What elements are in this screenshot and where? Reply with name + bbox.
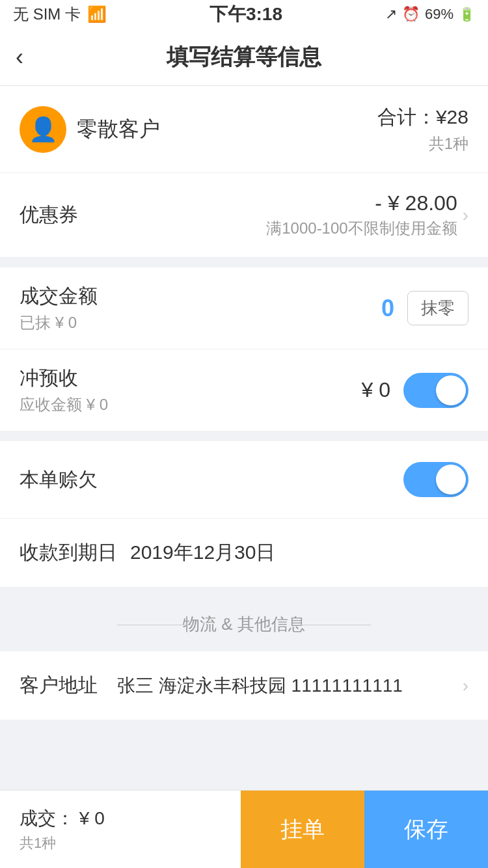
toggle-knob xyxy=(436,375,466,405)
carrier-text: 无 SIM 卡 xyxy=(13,4,81,25)
transaction-amount-row: 成交金额 已抹 ¥ 0 0 抹零 xyxy=(0,267,488,349)
transaction-amount-label: 成交金额 xyxy=(20,283,98,310)
deal-label: 成交： xyxy=(20,808,74,828)
transaction-amount-col: 成交金额 已抹 ¥ 0 xyxy=(20,283,98,333)
advance-amount: ¥ 0 xyxy=(362,378,390,402)
coupon-discount: - ¥ 28.00 xyxy=(266,191,457,215)
hold-button[interactable]: 挂单 xyxy=(241,791,364,869)
customer-name: 零散客户 xyxy=(77,115,160,144)
transaction-amount-value: 0 xyxy=(381,295,394,322)
advance-col: 冲预收 应收金额 ¥ 0 xyxy=(20,365,108,415)
address-chevron-icon: › xyxy=(463,675,468,696)
battery-icon: 🔋 xyxy=(459,7,475,22)
status-time: 下午3:18 xyxy=(210,2,282,27)
debit-label: 本单赊欠 xyxy=(20,467,98,493)
transaction-section: 成交金额 已抹 ¥ 0 0 抹零 冲预收 应收金额 ¥ 0 ¥ 0 xyxy=(0,267,488,431)
coupon-chevron-icon: › xyxy=(463,205,468,226)
advance-row: 冲预收 应收金额 ¥ 0 ¥ 0 xyxy=(0,349,488,431)
bottom-count: 共1种 xyxy=(20,834,221,853)
total-amount: 合计：¥28 xyxy=(377,104,468,131)
bottom-deal-amount: 成交： ¥ 0 xyxy=(20,806,221,831)
round-button[interactable]: 抹零 xyxy=(407,291,468,325)
advance-label: 冲预收 xyxy=(20,365,108,392)
advance-toggle[interactable] xyxy=(403,373,468,408)
debit-toggle-knob xyxy=(436,465,466,495)
status-bar: 无 SIM 卡 📶 下午3:18 ↗ ⏰ 69% 🔋 xyxy=(0,0,488,29)
address-row[interactable]: 客户地址 张三 海淀永丰科技园 11111111111 › xyxy=(0,651,488,720)
status-right: ↗ ⏰ 69% 🔋 xyxy=(385,6,475,23)
advance-receivable: 应收金额 ¥ 0 xyxy=(20,394,108,415)
nav-bar: ‹ 填写结算等信息 xyxy=(0,29,488,86)
back-button[interactable]: ‹ xyxy=(16,44,23,71)
wifi-icon: 📶 xyxy=(87,5,107,23)
due-date-label: 收款到期日 xyxy=(20,539,117,566)
debit-row: 本单赊欠 xyxy=(0,441,488,519)
logistics-divider-wrapper: 物流 & 其他信息 xyxy=(0,597,488,651)
coupon-right: - ¥ 28.00 满1000-100不限制使用金额 › xyxy=(266,191,468,239)
logistics-divider: 物流 & 其他信息 xyxy=(0,603,488,646)
transaction-amount-right: 0 抹零 xyxy=(381,291,468,325)
customer-left: 👤 零散客户 xyxy=(20,106,160,153)
save-button[interactable]: 保存 xyxy=(364,791,488,869)
avatar-icon: 👤 xyxy=(29,116,58,143)
alarm-icon: ⏰ xyxy=(402,6,420,23)
address-label: 客户地址 xyxy=(20,672,98,699)
page-title: 填写结算等信息 xyxy=(167,42,321,72)
debit-toggle[interactable] xyxy=(403,462,468,497)
coupon-info: - ¥ 28.00 满1000-100不限制使用金额 xyxy=(266,191,457,239)
customer-totals: 合计：¥28 共1种 xyxy=(377,104,468,154)
bottom-info: 成交： ¥ 0 共1种 xyxy=(0,806,241,853)
total-count: 共1种 xyxy=(377,133,468,154)
coupon-desc: 满1000-100不限制使用金额 xyxy=(266,218,457,239)
customer-row: 👤 零散客户 合计：¥28 共1种 xyxy=(0,86,488,172)
deal-amount: ¥ 0 xyxy=(79,808,105,828)
address-section: 客户地址 张三 海淀永丰科技园 11111111111 › xyxy=(0,651,488,720)
logistics-title: 物流 & 其他信息 xyxy=(183,614,305,634)
bottom-bar: 成交： ¥ 0 共1种 挂单 保存 xyxy=(0,790,488,868)
avatar: 👤 xyxy=(20,106,66,153)
due-date-value: 2019年12月30日 xyxy=(130,539,275,566)
debit-section: 本单赊欠 收款到期日 2019年12月30日 xyxy=(0,441,488,587)
advance-right: ¥ 0 xyxy=(362,373,468,408)
battery-text: 69% xyxy=(425,6,454,23)
rounded-text: 已抹 ¥ 0 xyxy=(20,312,98,333)
customer-section: 👤 零散客户 合计：¥28 共1种 优惠券 - ¥ 28.00 满1000-10… xyxy=(0,86,488,257)
coupon-row[interactable]: 优惠券 - ¥ 28.00 满1000-100不限制使用金额 › xyxy=(0,172,488,257)
status-left: 无 SIM 卡 📶 xyxy=(13,4,107,25)
due-date-row: 收款到期日 2019年12月30日 xyxy=(0,519,488,587)
coupon-label: 优惠券 xyxy=(20,202,78,228)
advance-amount-col: ¥ 0 xyxy=(362,378,390,402)
location-icon: ↗ xyxy=(385,6,397,23)
address-value: 张三 海淀永丰科技园 11111111111 xyxy=(117,673,463,698)
